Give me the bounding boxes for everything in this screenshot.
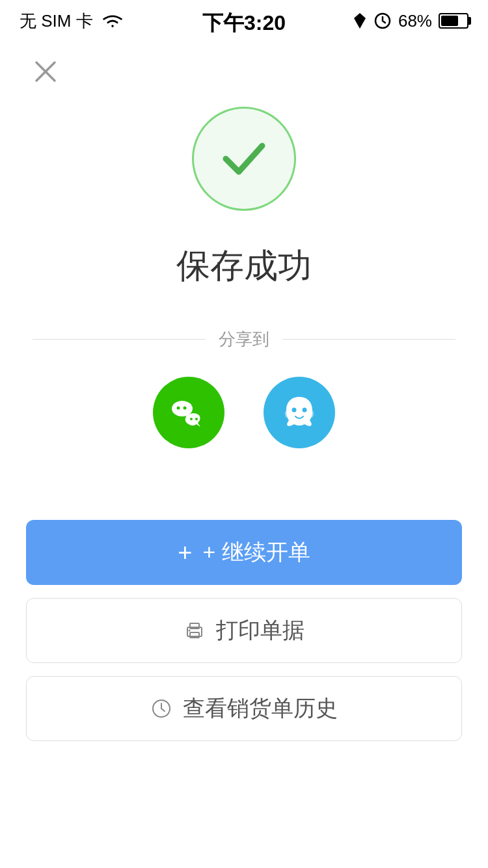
history-icon xyxy=(150,698,172,720)
svg-point-5 xyxy=(183,407,187,410)
location-icon xyxy=(353,12,367,30)
svg-point-4 xyxy=(177,407,180,410)
check-icon xyxy=(218,131,270,186)
qq-icon xyxy=(278,392,320,433)
share-divider: 分享到 xyxy=(33,328,455,351)
status-bar: 无 SIM 卡 下午3:20 68% xyxy=(0,0,488,42)
status-left: 无 SIM 卡 xyxy=(20,10,124,33)
qq-share-button[interactable] xyxy=(264,377,335,448)
svg-point-10 xyxy=(285,410,290,418)
history-label: 查看销货单历史 xyxy=(183,694,338,724)
wechat-share-button[interactable] xyxy=(153,377,224,448)
svg-point-9 xyxy=(303,408,307,413)
alarm-icon xyxy=(373,12,392,30)
share-section: 分享到 xyxy=(0,328,488,494)
wifi-icon xyxy=(101,12,124,30)
share-icons xyxy=(33,377,455,448)
history-button[interactable]: 查看销货单历史 xyxy=(26,676,462,741)
status-time: 下午3:20 xyxy=(202,9,286,38)
main-content: 保存成功 分享到 xyxy=(0,42,488,741)
continue-button[interactable]: + + 继续开单 xyxy=(26,520,462,585)
action-buttons: + + 继续开单 打印单据 查看销货单历史 xyxy=(0,520,488,741)
svg-point-15 xyxy=(189,630,191,632)
close-button[interactable] xyxy=(26,52,65,91)
battery-icon xyxy=(439,13,468,29)
print-label: 打印单据 xyxy=(216,616,305,645)
battery-percent: 68% xyxy=(398,11,432,31)
carrier-text: 无 SIM 卡 xyxy=(20,10,93,33)
svg-point-7 xyxy=(195,418,198,420)
success-circle xyxy=(192,107,296,211)
svg-point-11 xyxy=(308,410,314,418)
share-label: 分享到 xyxy=(219,328,269,351)
print-button[interactable]: 打印单据 xyxy=(26,598,462,663)
wechat-icon xyxy=(168,392,210,433)
status-right: 68% xyxy=(353,11,468,31)
success-text: 保存成功 xyxy=(176,243,312,289)
plus-icon: + xyxy=(178,540,192,565)
continue-label: + 继续开单 xyxy=(202,537,310,567)
print-icon xyxy=(183,619,206,642)
svg-point-8 xyxy=(292,408,297,413)
svg-point-6 xyxy=(190,418,193,420)
